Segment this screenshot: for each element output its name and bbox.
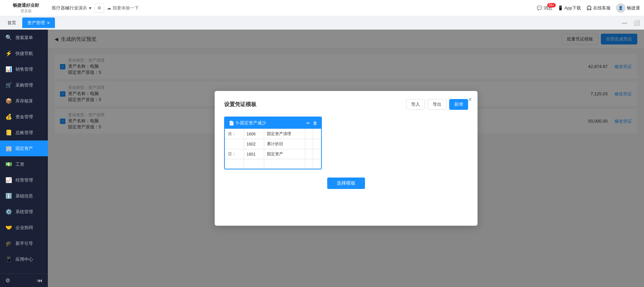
- window-controls: — ⬜: [620, 18, 641, 28]
- online-service-label: 在线客服: [593, 5, 611, 11]
- select-template-button[interactable]: 选择模板: [327, 178, 365, 189]
- sidebar-item-inventory-label: 库存核算: [16, 98, 33, 104]
- logo-title: 畅捷通好业财: [13, 2, 39, 8]
- template-card: 📄 5-固定资产减少 ✏ 🗑 借：: [224, 117, 322, 169]
- company-selector[interactable]: 医疗器械行业演示 ▼: [52, 5, 92, 11]
- entry-side-1: 借：: [225, 129, 244, 139]
- sidebar-item-operations[interactable]: 📈 经营管理: [0, 172, 48, 188]
- quicknav-icon: ⚡: [5, 50, 12, 57]
- template-entry-row: 贷： 1601 固定资产: [225, 149, 321, 159]
- template-entry-row: 1602 累计折旧: [225, 139, 321, 149]
- new-template-button[interactable]: 新增: [449, 99, 468, 110]
- sidebar-item-operations-label: 经营管理: [16, 177, 33, 183]
- sidebar-item-basic-info-label: 基础信息: [16, 193, 33, 199]
- sidebar-item-sales-label: 销售管理: [16, 66, 33, 72]
- username-label: 畅捷通: [627, 5, 640, 11]
- service-icon: 🎧: [586, 5, 592, 10]
- entry-name-1: 固定资产清理: [264, 129, 305, 139]
- empty-cell-1: [225, 159, 244, 169]
- tab-asset-management[interactable]: 资产管理 ✕: [22, 18, 55, 28]
- content-area: ◀ 生成的凭证预览 批量凭证模板 全部生成凭证 ✓ 变动类型：资产清理 资产名称…: [48, 30, 644, 287]
- online-service-button[interactable]: 🎧 在线客服: [586, 5, 611, 11]
- sidebar-item-fixed-assets[interactable]: 🏢 固定资产: [0, 140, 48, 156]
- sidebar-item-payroll-label: 工资: [16, 161, 24, 167]
- template-card-header-left: 📄 5-固定资产减少: [229, 120, 267, 126]
- sidebar: 🔍 搜索菜单 ⚡ 快捷导航 📊 销售管理 🛒 采购管理 📦 库存核算 💰: [0, 30, 48, 287]
- top-bar-middle: 医疗器械行业演示 ▼ ⚙ ☁ 我要体验一下: [52, 3, 533, 13]
- entry-side-2: [225, 139, 244, 149]
- modal-title: 设置凭证模板: [224, 101, 256, 108]
- ledger-icon: 📒: [5, 129, 12, 136]
- payroll-icon: 💵: [5, 161, 12, 167]
- sidebar-item-ledger-label: 总账管理: [16, 130, 33, 136]
- entry-name-2: 累计折旧: [264, 139, 305, 149]
- empty-cell-2: [244, 159, 264, 169]
- sidebar-item-fixed-assets-label: 固定资产: [16, 146, 33, 152]
- avatar: 👤: [616, 3, 625, 13]
- entry-debit-3: [305, 149, 313, 159]
- sidebar-item-search[interactable]: 🔍 搜索菜单: [0, 30, 48, 45]
- minimize-button[interactable]: —: [620, 18, 629, 28]
- sidebar-item-inventory[interactable]: 📦 库存核算: [0, 93, 48, 109]
- sidebar-item-purchase[interactable]: 🛒 采购管理: [0, 77, 48, 93]
- template-entries-table: 借： 1606 固定资产清理 1602 累计折旧: [225, 129, 321, 169]
- top-bar-right: 💬 消息 99+ 📱 App下载 🎧 在线客服 👤 畅捷通: [537, 3, 640, 13]
- sidebar-item-system-label: 系统管理: [16, 209, 33, 215]
- document-icon: 📄: [229, 121, 234, 126]
- entry-credit-2: [313, 139, 321, 149]
- experience-label: 我要体验一下: [113, 5, 139, 11]
- sidebar-item-sales[interactable]: 📊 销售管理: [0, 61, 48, 77]
- logo-sub: 普及版: [21, 8, 32, 13]
- sidebar-item-app-center-label: 应用中心: [16, 256, 33, 262]
- empty-cell-4: [305, 159, 313, 169]
- tab-close-icon[interactable]: ✕: [47, 21, 50, 25]
- sidebar-item-funds[interactable]: 💰 资金管理: [0, 109, 48, 125]
- empty-cell-5: [313, 159, 321, 169]
- phone-icon: 📱: [558, 5, 563, 10]
- sidebar-item-guide[interactable]: 🎓 新手引导: [0, 235, 48, 251]
- sidebar-item-app-center[interactable]: 📱 应用中心: [0, 251, 48, 267]
- modal-close-button[interactable]: ✕: [468, 96, 472, 103]
- sidebar-item-enterprise[interactable]: 🤝 企业协同: [0, 220, 48, 235]
- top-bar: 畅捷通好业财 普及版 医疗器械行业演示 ▼ ⚙ ☁ 我要体验一下 💬 消息 99…: [0, 0, 644, 16]
- sidebar-item-quicknav[interactable]: ⚡ 快捷导航: [0, 45, 48, 61]
- cloud-icon: ☁: [107, 5, 111, 10]
- sales-icon: 📊: [5, 66, 12, 72]
- entry-code-3: 1601: [244, 149, 264, 159]
- sidebar-item-ledger[interactable]: 📒 总账管理: [0, 125, 48, 140]
- app-download-button[interactable]: 📱 App下载: [558, 5, 581, 11]
- sidebar-item-basic-info[interactable]: ℹ️ 基础信息: [0, 188, 48, 204]
- enterprise-icon: 🤝: [5, 224, 12, 231]
- purchase-icon: 🛒: [5, 82, 12, 88]
- sidebar-item-system[interactable]: ⚙️ 系统管理: [0, 204, 48, 220]
- settings-gear-button[interactable]: ⚙: [95, 3, 104, 13]
- experience-button[interactable]: ☁ 我要体验一下: [107, 5, 139, 11]
- user-avatar-button[interactable]: 👤 畅捷通: [616, 3, 640, 13]
- sidebar-bottom: ⚙ ⏮: [0, 274, 48, 287]
- edit-template-icon[interactable]: ✏: [306, 121, 310, 126]
- modal-overlay[interactable]: 设置凭证模板 导入 导出 新增 ✕ 📄 5-固定资产减: [48, 30, 644, 287]
- export-button[interactable]: 导出: [428, 99, 447, 110]
- sidebar-item-funds-label: 资金管理: [16, 114, 33, 120]
- template-name: 5-固定资产减少: [236, 120, 267, 126]
- messages-button[interactable]: 💬 消息 99+: [537, 5, 552, 11]
- settings-bottom-icon[interactable]: ⚙: [5, 277, 10, 284]
- maximize-button[interactable]: ⬜: [632, 18, 641, 28]
- collapse-icon[interactable]: ⏮: [37, 278, 42, 284]
- import-button[interactable]: 导入: [406, 99, 425, 110]
- logo-area: 畅捷通好业财 普及版: [4, 2, 48, 13]
- template-card-header-actions: ✏ 🗑: [306, 121, 317, 126]
- sidebar-item-purchase-label: 采购管理: [16, 82, 33, 88]
- operations-icon: 📈: [5, 177, 12, 183]
- sidebar-item-payroll[interactable]: 💵 工资: [0, 156, 48, 172]
- delete-template-icon[interactable]: 🗑: [313, 121, 317, 126]
- sidebar-item-search-label: 搜索菜单: [16, 35, 33, 41]
- sidebar-item-guide-label: 新手引导: [16, 241, 33, 247]
- guide-icon: 🎓: [5, 240, 12, 247]
- entry-credit-3: [313, 149, 321, 159]
- app-center-icon: 📱: [5, 256, 12, 262]
- tab-home[interactable]: 首页: [3, 18, 21, 28]
- empty-cell-3: [264, 159, 305, 169]
- basic-info-icon: ℹ️: [5, 193, 12, 199]
- message-icon: 💬: [537, 5, 542, 10]
